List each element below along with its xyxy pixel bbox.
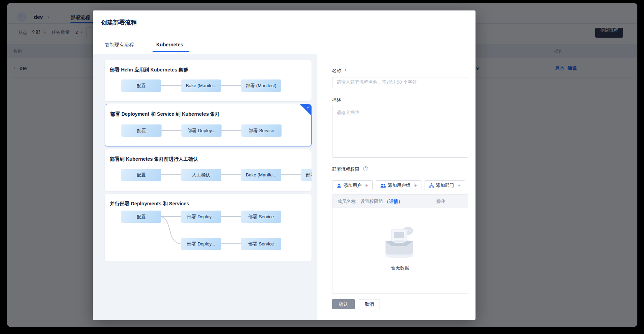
empty-state: 暂无数据	[332, 225, 468, 271]
pipeline-node: 部署 Service	[241, 124, 282, 137]
add-user-group-button[interactable]: 添加用户组 +	[376, 180, 421, 190]
permission-detail-link[interactable]: （详情）	[384, 199, 403, 204]
node-connector	[221, 174, 241, 175]
node-connector	[221, 243, 241, 244]
tab-copy-existing[interactable]: 复制现有流程	[105, 42, 134, 47]
pipeline-node: 部署 Service	[241, 238, 281, 250]
create-pipeline-modal: 创建部署流程 复制现有流程 Kubernetes 部署 Helm 应用到 Kub…	[93, 10, 475, 320]
empty-box-icon	[383, 225, 418, 259]
pipeline-node: 部署 (Manifest)	[241, 79, 281, 92]
node-connector	[161, 174, 181, 175]
confirm-button[interactable]: 确认	[332, 299, 355, 309]
col-action: 操作	[436, 199, 445, 204]
pipeline-node: 配置	[121, 211, 161, 223]
plus-icon: +	[365, 182, 368, 188]
branch-connector	[160, 214, 183, 247]
active-tab-underline	[152, 51, 189, 52]
pipeline-node: 配置	[121, 169, 161, 181]
node-connector	[161, 85, 181, 86]
pipeline-node: 人工确认	[181, 169, 221, 181]
node-connector	[222, 130, 241, 131]
template-title: 部署到 Kubernetes 集群前进行人工确认	[110, 157, 198, 161]
pipeline-node: 部署 Deploy...	[181, 211, 221, 223]
plus-icon: +	[458, 182, 461, 188]
add-user-label: 添加用户	[344, 182, 362, 189]
add-user-group-label: 添加用户组	[388, 182, 411, 189]
user-group-icon	[380, 183, 386, 188]
divider	[433, 199, 433, 204]
permission-table-header: 成员名称 设置权限组 （详情） 操作	[332, 195, 468, 208]
add-department-label: 添加部门	[436, 182, 454, 189]
col-permission-group: 设置权限组	[360, 199, 383, 204]
template-title: 部署 Helm 应用到 Kubernetes 集群	[110, 67, 188, 72]
template-card-deployment-service[interactable]: 部署 Deployment 和 Service 到 Kubernetes 集群 …	[105, 104, 312, 146]
modal-title: 创建部署流程	[101, 20, 137, 25]
node-connector	[281, 174, 301, 175]
screen: ← dev ▼ 部署流程 状态 全部 ▼ 任务数量 2 ▼ 创建流程 名称 操作…	[0, 0, 644, 334]
node-connector	[162, 130, 181, 131]
org-tree-icon	[429, 183, 434, 188]
add-department-button[interactable]: 添加部门 +	[425, 180, 465, 190]
empty-state-text: 暂无数据	[332, 265, 468, 271]
pipeline-name-input[interactable]	[332, 77, 468, 87]
check-icon: ✓	[307, 105, 310, 110]
node-connector	[221, 85, 241, 86]
description-label: 描述	[332, 98, 341, 103]
pipeline-node: 部署 Deploy...	[181, 124, 222, 137]
pipeline-node: 配置	[121, 124, 162, 137]
pipeline-node: 部署 Service	[241, 211, 281, 223]
permission-table: 成员名称 设置权限组 （详情） 操作	[332, 194, 468, 294]
cancel-button[interactable]: 取消	[359, 299, 380, 309]
pipeline-node: 部署 (Manifest)	[301, 169, 312, 181]
pipeline-node: Bake (Manife...	[181, 79, 221, 92]
pipeline-node: 部署 Deploy...	[181, 238, 221, 250]
add-user-button[interactable]: 添加用户 +	[332, 180, 373, 190]
template-title: 部署 Deployment 和 Service 到 Kubernetes 集群	[110, 112, 220, 116]
template-card-helm[interactable]: 部署 Helm 应用到 Kubernetes 集群 配置 Bake (Manif…	[105, 60, 312, 101]
tab-kubernetes[interactable]: Kubernetes	[156, 42, 183, 47]
pipeline-node: Bake (Manife...	[241, 169, 281, 181]
user-icon	[337, 183, 342, 188]
template-card-manual-confirm[interactable]: 部署到 Kubernetes 集群前进行人工确认 配置 人工确认 Bake (M…	[105, 149, 312, 191]
name-label: 名称	[332, 68, 341, 73]
permission-label: 部署流程权限	[332, 167, 359, 172]
description-textarea[interactable]	[332, 106, 468, 158]
required-mark: *	[345, 69, 346, 73]
node-connector	[221, 216, 241, 217]
template-card-parallel[interactable]: 并行部署 Deployments 和 Services 配置 部署 Deploy…	[105, 194, 312, 261]
pipeline-node: 配置	[121, 79, 161, 92]
col-member-name: 成员名称	[337, 199, 355, 204]
divider	[357, 199, 357, 204]
plus-icon: +	[414, 182, 417, 188]
template-title: 并行部署 Deployments 和 Services	[110, 201, 189, 206]
help-icon[interactable]: ?	[363, 166, 368, 171]
